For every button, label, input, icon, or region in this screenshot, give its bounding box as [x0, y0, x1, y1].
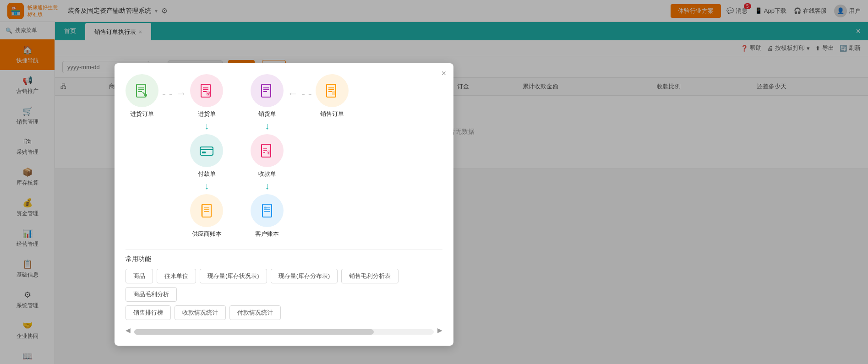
svg-rect-25	[262, 204, 272, 217]
func-btn-unit[interactable]: 往来单位	[157, 269, 196, 283]
svg-rect-10	[200, 147, 213, 155]
func-btn-sales-rank[interactable]: 销售排行榜	[126, 305, 171, 320]
panel-scrollbar[interactable]	[134, 329, 434, 335]
svg-text:¥: ¥	[267, 151, 270, 155]
arrow-h2: ← - -	[284, 87, 315, 100]
func-btn-product[interactable]: 商品	[126, 269, 153, 283]
flow-node-purchase-bill: 进货单	[190, 74, 223, 118]
flow-node-payment: 付款单	[190, 134, 223, 178]
purchase-order-circle	[126, 74, 158, 107]
receipt-label: 收款单	[258, 170, 276, 178]
panel-scroll-container: ◀ ▶	[126, 326, 442, 335]
arrow-v2: ↓	[204, 181, 209, 191]
receipt-circle: ¥	[251, 134, 284, 167]
flow-node-sales-order: 销售订单	[316, 74, 349, 118]
svg-rect-0	[136, 84, 146, 97]
func-btn-product-margin[interactable]: 商品毛利分析	[126, 287, 177, 302]
sales-bill-label: 销货单	[258, 110, 276, 118]
close-panel-button[interactable]: ×	[441, 69, 446, 78]
flow-node-purchase-order: 进货订单	[126, 74, 158, 118]
customer-ledger-label: 客户账本	[255, 230, 279, 238]
common-functions-title: 常用功能	[126, 255, 442, 263]
func-buttons-row2: 销售排行榜 收款情况统计 付款情况统计	[126, 305, 442, 320]
flow-node-receipt: ¥ 收款单	[251, 134, 284, 178]
func-btn-receipt-stat[interactable]: 收款情况统计	[175, 305, 226, 320]
svg-point-29	[264, 206, 267, 209]
scroll-left-arrow[interactable]: ◀	[126, 326, 131, 334]
flow-chart: 进货订单 - - → 进货单 ↓	[126, 74, 442, 238]
flow-node-sales-bill: 销货单	[251, 74, 284, 118]
purchase-bill-circle	[190, 74, 223, 107]
arrow-v3: ↓	[265, 121, 269, 131]
svg-point-4	[144, 94, 147, 97]
supplier-ledger-label: 供应商账本	[192, 230, 222, 238]
purchase-bill-label: 进货单	[198, 110, 216, 118]
svg-rect-17	[201, 205, 203, 216]
scroll-right-arrow[interactable]: ▶	[437, 326, 442, 334]
svg-rect-12	[202, 152, 206, 153]
common-functions-section: 常用功能 商品 往来单位 现存量(库存状况表) 现存量(库存分布表) 销售毛利分…	[126, 255, 442, 320]
func-btn-payment-stat[interactable]: 付款情况统计	[229, 305, 281, 320]
svg-rect-13	[202, 204, 211, 217]
section-divider	[126, 249, 442, 250]
sales-order-node-label: 销售订单	[320, 110, 344, 118]
customer-ledger-circle	[251, 194, 284, 227]
svg-point-9	[206, 91, 211, 96]
func-btn-sales-margin[interactable]: 销售毛利分析表	[341, 269, 399, 283]
quick-guide-panel: × 进货订单 - - →	[115, 63, 453, 346]
svg-rect-18	[262, 84, 271, 97]
purchase-order-label: 进货订单	[130, 110, 154, 118]
sales-bill-circle	[251, 74, 284, 107]
flow-node-customer-ledger: 客户账本	[251, 194, 284, 238]
func-btn-stock-status[interactable]: 现存量(库存状况表)	[200, 269, 267, 283]
payment-label: 付款单	[198, 170, 216, 178]
sales-order-circle	[316, 74, 349, 107]
arrow-v1: ↓	[204, 121, 209, 131]
supplier-ledger-circle	[190, 194, 223, 227]
flow-node-supplier-ledger: 供应商账本	[190, 194, 223, 238]
payment-circle	[190, 134, 223, 167]
func-buttons-row1: 商品 往来单位 现存量(库存状况表) 现存量(库存分布表) 销售毛利分析表 商品…	[126, 269, 442, 302]
arrow-h1: - - →	[158, 87, 190, 100]
func-btn-stock-dist[interactable]: 现存量(库存分布表)	[271, 269, 338, 283]
arrow-v4: ↓	[265, 181, 269, 191]
flow-col-purchase: 进货单 ↓ 付款单 ↓	[190, 74, 223, 238]
flow-col-sales: 销货单 ↓ ¥ 收款单 ↓	[251, 74, 284, 238]
panel-scrollbar-thumb	[134, 329, 374, 335]
svg-rect-34	[332, 91, 336, 95]
